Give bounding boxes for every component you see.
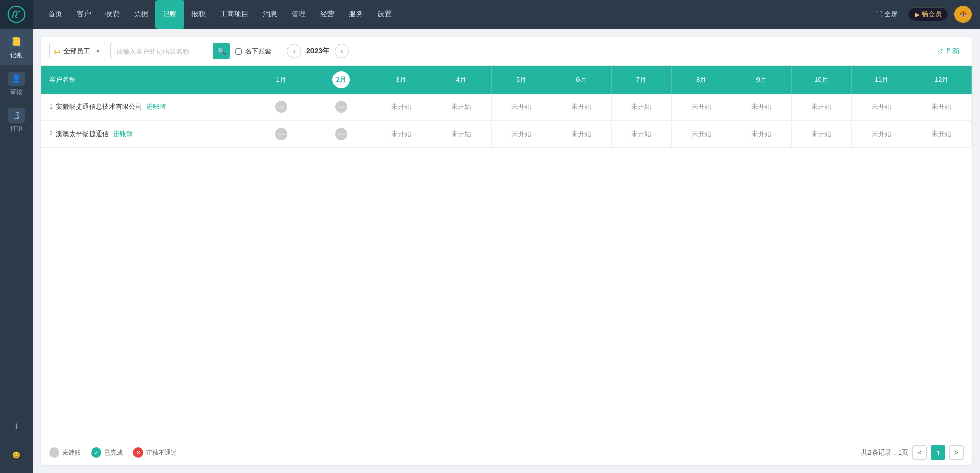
- cell-m3: 未开始: [371, 121, 431, 148]
- year-next-button[interactable]: ›: [335, 44, 349, 58]
- cell-m10: 未开始: [791, 121, 851, 148]
- nav-tax[interactable]: 报税: [184, 0, 213, 29]
- year-navigation: ‹ 2023年 ›: [287, 44, 349, 58]
- fullscreen-icon: ⛶: [875, 10, 882, 18]
- enter-ledger-link[interactable]: 进账簿: [146, 103, 166, 110]
- search-button[interactable]: 🔍: [213, 43, 230, 59]
- fullscreen-label: 全屏: [884, 10, 898, 19]
- nav-service[interactable]: 服务: [342, 0, 370, 29]
- sidebar-label-print: 打印: [10, 125, 23, 133]
- col-m7: 7月: [611, 66, 671, 94]
- nav-ledger[interactable]: 记账: [155, 0, 184, 29]
- nav-client[interactable]: 客户: [70, 0, 98, 29]
- main-area: 首页 客户 收费 票据 记账 报税 工商项目 消息 管理 经营 服务 设置 ⛶ …: [33, 0, 980, 473]
- table-row: 1安徽畅捷通信息技术有限公司进账簿——未开始未开始未开始未开始未开始未开始未开始…: [41, 94, 972, 121]
- cell-m9: 未开始: [731, 94, 791, 121]
- topnav-right: ⛶ 全屏 ▶ 畅会员 🐯: [871, 6, 972, 23]
- table-footer: — 未建账 ✓ 已完成 ✕ 审核不通过 共2条记录，1页 < 1 >: [41, 440, 972, 465]
- refresh-icon: ↺: [938, 48, 943, 55]
- vip-play-icon: ▶: [915, 11, 920, 18]
- status-not-started: 未开始: [872, 130, 892, 138]
- client-name: 澳澳太平畅捷通信: [56, 130, 109, 138]
- table-wrapper: 客户名称 1月 2月 3月 4月 5月 6月: [41, 66, 972, 440]
- sidebar: 📒 记账 👤 审核 🖨 打印 ⬇ 😊: [0, 0, 33, 473]
- cell-m1: —: [251, 121, 311, 148]
- chevron-down-icon: ▼: [95, 48, 101, 54]
- search-input[interactable]: [111, 46, 213, 57]
- page-current: 1: [931, 445, 945, 460]
- legend-dot-teal: ✓: [91, 447, 101, 458]
- status-not-started: 未开始: [391, 130, 411, 138]
- checkbox-text: 名下账套: [245, 47, 272, 56]
- nav-settings[interactable]: 设置: [370, 0, 399, 29]
- pagination: 共2条记录，1页 < 1 >: [861, 445, 964, 460]
- nav-billing[interactable]: 收费: [98, 0, 127, 29]
- legend-rejected: ✕ 审核不通过: [133, 447, 177, 458]
- my-accounts-checkbox[interactable]: [235, 48, 242, 55]
- vip-label: 畅会员: [922, 10, 942, 19]
- cell-m12: 未开始: [911, 121, 972, 148]
- cell-m6: 未开始: [551, 121, 611, 148]
- sidebar-bottom: ⬇ 😊: [0, 414, 33, 473]
- sidebar-label-audit: 审核: [10, 88, 23, 97]
- sidebar-item-print[interactable]: 🖨 打印: [0, 102, 33, 139]
- status-not-started: 未开始: [931, 103, 951, 110]
- legend-not-created: — 未建账: [49, 447, 81, 458]
- nav-manage[interactable]: 管理: [284, 0, 313, 29]
- legend-label-rejected: 审核不通过: [146, 448, 177, 457]
- status-not-started: 未开始: [631, 103, 651, 110]
- legend-completed: ✓ 已完成: [91, 447, 123, 458]
- vip-button[interactable]: ▶ 畅会员: [908, 7, 948, 21]
- filter-label: 全部员工: [63, 47, 90, 56]
- cell-m10: 未开始: [791, 94, 851, 121]
- col-m12: 12月: [911, 66, 972, 94]
- audit-icon: 👤: [8, 72, 25, 86]
- status-not-started: 未开始: [692, 103, 711, 110]
- status-dash-icon: —: [275, 101, 287, 113]
- year-prev-button[interactable]: ‹: [287, 44, 301, 58]
- fullscreen-button[interactable]: ⛶ 全屏: [871, 8, 902, 21]
- cell-m8: 未开始: [671, 121, 731, 148]
- page-next-button[interactable]: >: [949, 445, 964, 460]
- cell-m5: 未开始: [491, 94, 551, 121]
- status-not-started: 未开始: [751, 130, 771, 138]
- nav-business[interactable]: 工商项目: [213, 0, 256, 29]
- refresh-button[interactable]: ↺ 刷新: [933, 44, 964, 58]
- nav-home[interactable]: 首页: [41, 0, 70, 29]
- col-m5: 5月: [491, 66, 551, 94]
- employee-filter[interactable]: 🏷 全部员工 ▼: [49, 43, 105, 59]
- legend-dot-gray: —: [49, 447, 59, 458]
- cell-m7: 未开始: [611, 121, 671, 148]
- legend-dot-red: ✕: [133, 447, 143, 458]
- cell-m11: 未开始: [852, 121, 911, 148]
- row-number: 2: [49, 130, 53, 138]
- download-icon[interactable]: ⬇: [4, 414, 29, 438]
- avatar[interactable]: 🐯: [954, 6, 972, 23]
- top-navigation: 首页 客户 收费 票据 记账 报税 工商项目 消息 管理 经营 服务 设置 ⛶ …: [33, 0, 980, 29]
- nav-invoice[interactable]: 票据: [127, 0, 155, 29]
- my-accounts-checkbox-label[interactable]: 名下账套: [235, 47, 272, 56]
- tag-icon: 🏷: [54, 48, 60, 55]
- year-display: 2023年: [306, 47, 329, 56]
- print-icon: 🖨: [8, 108, 25, 123]
- page-prev-button[interactable]: <: [912, 445, 927, 460]
- client-name: 安徽畅捷通信息技术有限公司: [56, 103, 142, 110]
- cell-m2: —: [311, 121, 371, 148]
- legend-label-not-created: 未建账: [62, 448, 81, 457]
- nav-operation[interactable]: 经营: [313, 0, 342, 29]
- table-header: 客户名称 1月 2月 3月 4月 5月 6月: [41, 66, 972, 94]
- cell-m2: —: [311, 94, 371, 121]
- col-m10: 10月: [791, 66, 851, 94]
- support-icon[interactable]: 😊: [4, 442, 29, 467]
- cell-m4: 未开始: [431, 94, 491, 121]
- refresh-label: 刷新: [946, 47, 960, 56]
- status-dash-icon: —: [275, 128, 287, 140]
- cell-m6: 未开始: [551, 94, 611, 121]
- nav-message[interactable]: 消息: [256, 0, 284, 29]
- table-body: 1安徽畅捷通信息技术有限公司进账簿——未开始未开始未开始未开始未开始未开始未开始…: [41, 94, 972, 148]
- status-not-started: 未开始: [811, 103, 831, 110]
- enter-ledger-link[interactable]: 进账簿: [113, 130, 133, 138]
- status-not-started: 未开始: [451, 130, 471, 138]
- sidebar-item-ledger[interactable]: 📒 记账: [0, 29, 33, 65]
- sidebar-item-audit[interactable]: 👤 审核: [0, 65, 33, 102]
